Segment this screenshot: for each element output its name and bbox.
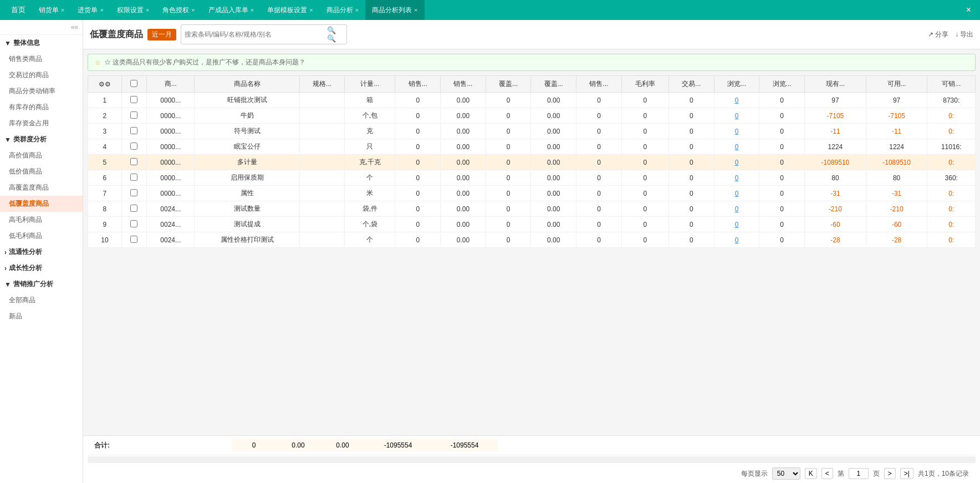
row-select-checkbox[interactable]	[130, 127, 137, 134]
close-icon[interactable]: ×	[61, 7, 64, 13]
row-browse1[interactable]: 0	[714, 217, 759, 232]
row-checkbox[interactable]	[121, 186, 146, 201]
nav-template-settings[interactable]: 单据模板设置 ×	[261, 0, 319, 20]
col-checkbox[interactable]	[121, 76, 146, 93]
page-input[interactable]	[849, 468, 869, 479]
row-select-checkbox[interactable]	[130, 143, 137, 150]
time-filter-button[interactable]: 近一月	[147, 29, 176, 40]
sidebar-item-low-margin[interactable]: 低毛利商品	[0, 228, 83, 244]
nav-home[interactable]: 首页	[4, 0, 32, 20]
sidebar-item-category-rate[interactable]: 商品分类动销率	[0, 83, 83, 99]
sidebar-item-low-value[interactable]: 低价值商品	[0, 164, 83, 180]
nav-sales[interactable]: 销货单 ×	[32, 0, 71, 20]
per-page-select[interactable]: 50 20 100	[772, 467, 800, 480]
row-browse1[interactable]: 0	[714, 108, 759, 124]
row-checkbox[interactable]	[121, 155, 146, 170]
col-transaction[interactable]: 交易...	[668, 76, 714, 93]
col-cover2[interactable]: 覆盖...	[531, 76, 576, 93]
sidebar-item-low-coverage[interactable]: 低覆盖度商品	[0, 196, 83, 212]
sidebar-section-cluster[interactable]: ▼ 类群度分析	[0, 131, 83, 148]
select-all-checkbox[interactable]	[130, 80, 137, 87]
col-code[interactable]: 商...	[146, 76, 194, 93]
col-sales-val[interactable]: 销售...	[576, 76, 622, 93]
row-checkbox[interactable]	[121, 139, 146, 155]
row-checkbox[interactable]	[121, 201, 146, 217]
col-sales-qty[interactable]: 销售...	[395, 76, 441, 93]
row-browse1[interactable]: 0	[714, 124, 759, 139]
sidebar-collapse-icon[interactable]: «	[71, 23, 78, 31]
nav-product-analysis[interactable]: 商品分析 ×	[320, 0, 365, 20]
row-select-checkbox[interactable]	[130, 111, 137, 119]
row-select-checkbox[interactable]	[130, 205, 137, 212]
row-browse1[interactable]: 0	[714, 201, 759, 217]
row-checkbox[interactable]	[121, 170, 146, 186]
row-select-checkbox[interactable]	[130, 174, 137, 181]
row-checkbox[interactable]	[121, 232, 146, 248]
col-cover1[interactable]: 覆盖...	[486, 76, 531, 93]
row-browse1[interactable]: 0	[714, 155, 759, 170]
sidebar-item-high-coverage[interactable]: 高覆盖度商品	[0, 180, 83, 196]
nav-product-warehouse[interactable]: 产成品入库单 ×	[202, 0, 261, 20]
sidebar-section-marketing[interactable]: ▼ 营销推广分析	[0, 276, 83, 292]
close-icon[interactable]: ×	[100, 7, 103, 13]
col-available[interactable]: 可用...	[866, 76, 927, 93]
sidebar-item-capital-occupy[interactable]: 库存资金占用	[0, 115, 83, 131]
col-current[interactable]: 现有...	[805, 76, 866, 93]
row-code: 0000...	[146, 93, 194, 108]
row-select-checkbox[interactable]	[130, 96, 137, 103]
row-checkbox[interactable]	[121, 124, 146, 139]
row-checkbox[interactable]	[121, 108, 146, 124]
close-icon[interactable]: ×	[251, 7, 254, 13]
nav-purchase[interactable]: 进货单 ×	[71, 0, 110, 20]
search-box[interactable]: 🔍	[181, 24, 347, 44]
sidebar-item-sales-goods[interactable]: 销售类商品	[0, 51, 83, 67]
col-browse1[interactable]: 浏览...	[714, 76, 759, 93]
row-checkbox[interactable]	[121, 93, 146, 108]
sidebar-section-circulation[interactable]: › 流通性分析	[0, 244, 83, 260]
sidebar-item-new-goods[interactable]: 新品	[0, 308, 83, 324]
row-gross-margin: 0	[621, 108, 668, 124]
col-browse2[interactable]: 浏览...	[759, 76, 805, 93]
nav-product-analysis-list[interactable]: 商品分析列表 ×	[365, 0, 424, 20]
col-unit[interactable]: 计量...	[345, 76, 395, 93]
row-browse1[interactable]: 0	[714, 186, 759, 201]
next-page-button[interactable]: >	[884, 468, 896, 479]
export-button[interactable]: ↓ 导出	[955, 30, 973, 39]
window-close-button[interactable]: ×	[962, 5, 976, 15]
col-spec[interactable]: 规格...	[299, 76, 345, 93]
row-browse1[interactable]: 0	[714, 93, 759, 108]
col-sales-amt[interactable]: 销售...	[441, 76, 486, 93]
section-arrow-icon2: ▼	[4, 136, 11, 144]
search-input[interactable]	[185, 30, 327, 38]
col-name[interactable]: 商品名称	[195, 76, 299, 93]
share-button[interactable]: ↗ 分享	[928, 30, 948, 39]
row-checkbox[interactable]	[121, 217, 146, 232]
sidebar-item-high-value[interactable]: 高价值商品	[0, 148, 83, 164]
close-icon[interactable]: ×	[414, 7, 417, 13]
row-select-checkbox[interactable]	[130, 236, 137, 243]
sidebar-item-stock-goods[interactable]: 有库存的商品	[0, 99, 83, 115]
row-select-checkbox[interactable]	[130, 220, 137, 227]
close-icon[interactable]: ×	[146, 7, 149, 13]
nav-permission[interactable]: 权限设置 ×	[110, 0, 156, 20]
last-page-button[interactable]: >|	[900, 468, 913, 479]
row-select-checkbox[interactable]	[130, 158, 137, 165]
close-icon[interactable]: ×	[191, 7, 195, 13]
sidebar-section-overall[interactable]: ▼ 整体信息	[0, 35, 83, 51]
col-settings[interactable]: ⚙	[88, 76, 122, 93]
sidebar-item-high-margin[interactable]: 高毛利商品	[0, 212, 83, 228]
sidebar-section-growth[interactable]: › 成长性分析	[0, 260, 83, 276]
nav-role-auth[interactable]: 角色授权 ×	[156, 0, 201, 20]
sidebar-item-all-goods[interactable]: 全部商品	[0, 292, 83, 308]
close-icon[interactable]: ×	[309, 7, 313, 13]
prev-page-button[interactable]: <	[821, 468, 833, 479]
first-page-button[interactable]: K	[805, 468, 817, 479]
sidebar-item-traded-goods[interactable]: 交易过的商品	[0, 67, 83, 83]
row-select-checkbox[interactable]	[130, 189, 137, 196]
col-sellable[interactable]: 可销...	[927, 76, 976, 93]
row-browse1[interactable]: 0	[714, 232, 759, 248]
row-browse1[interactable]: 0	[714, 170, 759, 186]
close-icon[interactable]: ×	[355, 7, 359, 13]
col-gross-margin[interactable]: 毛利率	[621, 76, 668, 93]
row-browse1[interactable]: 0	[714, 139, 759, 155]
